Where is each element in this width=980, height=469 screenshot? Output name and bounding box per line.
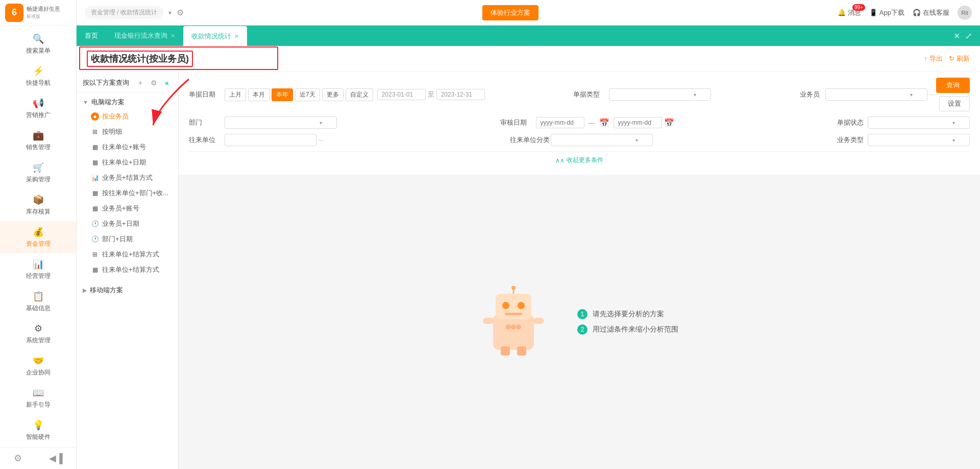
scheme-item-salesman-date[interactable]: 🕐 业务员+日期 [77,216,178,231]
right-panel: 单据日期 上月 本月 本年 近7天 更多 自定义 至 [179,72,980,469]
online-service-button[interactable]: 🎧 在线客服 [913,8,949,17]
gear-icon[interactable]: ⚙ [177,8,184,17]
scheme-item-detail[interactable]: ⊞ 按明细 [77,124,178,139]
sidebar-item-hardware[interactable]: 💡 智能硬件 [0,414,76,447]
sidebar-item-label: 智能硬件 [26,433,51,441]
counterpart-more-button[interactable]: ··· [318,137,323,143]
main-area: 资金管理 / 收款情况统计 ▾ ⚙ 体验行业方案 🔔 消息 99+ 📱 App下… [77,0,980,469]
baseinfo-icon: 📋 [33,291,44,302]
sidebar-item-quicknav[interactable]: ⚡ 快捷导航 [0,60,76,92]
scheme-item-dept-date[interactable]: 🕐 部门+日期 [77,231,178,247]
scheme-settings-icon[interactable]: ⚙ [149,78,159,88]
scheme-item-unit-settle2[interactable]: ▦ 往来单位+结算方式 [77,262,178,277]
counterpart-category-select[interactable]: ▾ [551,134,653,146]
mobile-scheme-header[interactable]: ▶ 移动端方案 [77,284,178,297]
salesman-more-button[interactable]: ··· [929,91,934,98]
filter-row-3: 往来单位 ··· 往来单位分类 ▾ 业务类型 [189,134,970,146]
date-from-input[interactable] [377,89,426,100]
last-month-btn[interactable]: 上月 [225,88,246,101]
date-to-input[interactable] [436,89,485,100]
marketing-icon: 📢 [33,98,44,109]
date-quick-buttons: 上月 本月 本年 近7天 更多 自定义 [225,88,373,101]
collapse-sidebar-icon[interactable]: ◀▐ [49,453,63,464]
scheme-item-unit-account[interactable]: ▦ 往来单位+账号 [77,139,178,155]
settings-bottom-icon[interactable]: ⚙ [14,453,22,464]
messages-button[interactable]: 🔔 消息 99+ [838,8,861,17]
export-button[interactable]: ↑ 导出 [924,54,943,63]
page-title: 收款情况统计(按业务员) [87,51,193,67]
sidebar-item-sales[interactable]: 💼 销售管理 [0,125,76,157]
sidebar-item-label: 营销推广 [26,111,51,120]
collapse-filter-button[interactable]: ∧∧ 收起更多条件 [189,151,970,169]
dept-label: 部门 [189,118,225,127]
svg-point-9 [506,324,511,330]
desktop-scheme-header[interactable]: ▼ 电脑端方案 [77,96,178,109]
page-header: 收款情况统计(按业务员) ↑ 导出 ↻ 刷新 [77,46,980,72]
business-type-select[interactable]: ▾ [868,134,970,146]
this-year-btn[interactable]: 本年 [272,88,293,101]
doc-type-select[interactable]: ▾ [609,88,711,101]
app-download-button[interactable]: 📱 App下载 [869,8,904,17]
tabbar: 首页 现金银行流水查询 ✕ 收款情况统计 ✕ ✕ ⤢ [77,26,980,46]
scheme-item-salesman-settle[interactable]: 📊 业务员+结算方式 [77,170,178,185]
trial-button[interactable]: 体验行业方案 [482,5,538,20]
scheme-item-salesman[interactable]: ● 按业务员 [77,109,178,124]
window-close-icon[interactable]: ✕ [953,31,960,41]
tab-close-icon[interactable]: ✕ [234,33,239,40]
dept-select[interactable]: ▾ [225,116,337,129]
sidebar-item-system[interactable]: ⚙ 系统管理 [0,318,76,350]
empty-steps: 1 请先选择要分析的方案 2 用过滤条件来缩小分析范围 [577,309,678,335]
query-button[interactable]: 查询 [936,78,970,93]
filter-row-1: 单据日期 上月 本月 本年 近7天 更多 自定义 至 [189,78,970,111]
empty-state: 1 请先选择要分析的方案 2 用过滤条件来缩小分析范围 [179,175,980,469]
scheme-item-unit-dept[interactable]: ▦ 按往来单位+部门+收... [77,185,178,201]
add-scheme-icon[interactable]: + [135,78,145,88]
sidebar-item-inventory[interactable]: 📦 库存核算 [0,189,76,221]
tab-collection-stat[interactable]: 收款情况统计 ✕ [183,26,247,46]
audit-date-separator: — [589,119,595,127]
window-maximize-icon[interactable]: ⤢ [965,31,972,41]
tab-close-icon[interactable]: ✕ [170,33,175,39]
custom-date-btn[interactable]: 自定义 [346,88,373,101]
tab-bank-flow[interactable]: 现金银行流水查询 ✕ [106,26,183,46]
scheme-icon: ▦ [91,266,99,274]
topbar-left: 资金管理 / 收款情况统计 ▾ ⚙ [85,6,184,19]
sidebar-item-guide[interactable]: 📖 新手引导 [0,382,76,414]
scheme-item-unit-settle1[interactable]: ⊞ 往来单位+结算方式 [77,247,178,262]
scheme-item-salesman-account[interactable]: ▦ 业务员+账号 [77,201,178,216]
more-date-btn[interactable]: 更多 [322,88,344,101]
this-month-btn[interactable]: 本月 [248,88,270,101]
empty-step-2: 2 用过滤条件来缩小分析范围 [577,324,678,335]
last-7days-btn[interactable]: 近7天 [295,88,320,101]
setting-button[interactable]: 设置 [939,96,970,111]
sidebar-item-marketing[interactable]: 📢 营销推广 [0,92,76,125]
audit-date-from-input[interactable] [536,117,584,128]
chevron-down-icon: ▾ [635,137,638,143]
sidebar-item-operations[interactable]: 📊 经营管理 [0,253,76,286]
audit-date-to-input[interactable] [614,117,662,128]
counterpart-select[interactable] [225,134,316,146]
scheme-item-unit-date[interactable]: ▦ 往来单位+日期 [77,155,178,170]
salesman-select[interactable]: ▾ [825,88,927,101]
sidebar-item-baseinfo[interactable]: 📋 基础信息 [0,286,76,318]
doc-status-select[interactable]: ▾ [868,116,970,129]
left-panel-actions: + ⚙ « [135,78,172,88]
collapse-panel-icon[interactable]: « [162,78,172,88]
refresh-button[interactable]: ↻ 刷新 [949,54,970,63]
sidebar-item-collab[interactable]: 🤝 企业协同 [0,350,76,382]
sidebar-item-label: 经营管理 [26,272,51,280]
user-avatar[interactable]: Rit [958,6,972,20]
tab-home[interactable]: 首页 [77,31,106,40]
sidebar-item-finance[interactable]: 💰 资金管理 [0,221,76,253]
scheme-icon: ▦ [91,204,99,213]
sidebar-item-label: 快捷导航 [26,79,51,87]
hardware-icon: 💡 [33,419,44,431]
sidebar-item-purchase[interactable]: 🛒 采购管理 [0,157,76,189]
svg-point-2 [502,302,509,309]
svg-rect-13 [517,346,526,356]
calendar-icon2[interactable]: 📅 [664,118,674,128]
date-separator: 至 [428,90,434,99]
quicknav-icon: ⚡ [33,65,44,77]
calendar-icon[interactable]: 📅 [599,118,609,128]
sidebar-item-search[interactable]: 🔍 搜索菜单 [0,28,76,60]
